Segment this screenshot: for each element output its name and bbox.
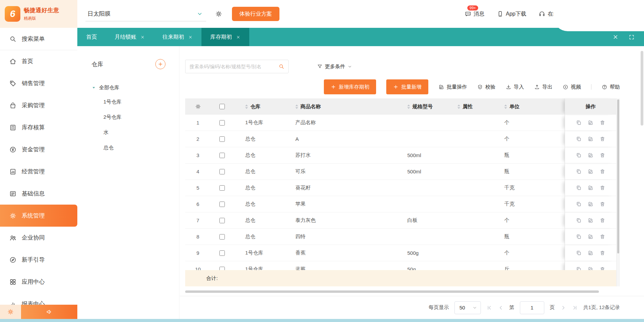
edit-row-button[interactable]: [588, 152, 593, 158]
help-button[interactable]: 帮助: [602, 84, 620, 90]
delete-row-button[interactable]: [600, 136, 605, 142]
add-warehouse-button[interactable]: [155, 59, 165, 69]
row-checkbox[interactable]: [219, 267, 225, 270]
edit-row-button[interactable]: [588, 120, 593, 126]
row-checkbox[interactable]: [219, 120, 225, 126]
copy-row-button[interactable]: [576, 169, 582, 174]
sidebar-item-report[interactable]: 报表中心: [0, 293, 77, 305]
edit-row-button[interactable]: [588, 169, 593, 174]
close-icon[interactable]: [140, 35, 145, 39]
last-page-icon[interactable]: [572, 305, 578, 311]
delete-row-button[interactable]: [600, 234, 605, 240]
more-filters-button[interactable]: 更多条件: [317, 63, 352, 70]
experience-solution-button[interactable]: 体验行业方案: [232, 7, 279, 21]
gear-icon[interactable]: [195, 103, 201, 110]
sidebar-settings-button[interactable]: [0, 305, 21, 319]
page-input[interactable]: [520, 301, 544, 314]
table-row[interactable]: 10 1号仓库 蓝莓 50g 斤: [185, 261, 616, 270]
table-row[interactable]: 7 总仓 泰力灰色 白板 个: [185, 212, 616, 229]
copy-row-button[interactable]: [576, 266, 582, 270]
sidebar-item-app-center[interactable]: 应用中心: [0, 271, 77, 293]
copy-row-button[interactable]: [576, 201, 582, 207]
table-row[interactable]: 1 1号仓库 产品名称 个: [185, 115, 616, 131]
row-checkbox[interactable]: [219, 234, 225, 240]
delete-row-button[interactable]: [600, 266, 605, 270]
copy-row-button[interactable]: [576, 136, 582, 142]
table-vertical-scrollbar[interactable]: [617, 99, 619, 253]
tree-node-warehouse-2[interactable]: 2号仓库: [77, 110, 179, 125]
edit-row-button[interactable]: [588, 185, 593, 191]
import-button[interactable]: 导入: [506, 84, 524, 90]
table-row[interactable]: 8 总仓 四特 瓶: [185, 229, 616, 245]
sidebar-item-home[interactable]: 首页: [0, 50, 77, 72]
edit-row-button[interactable]: [588, 250, 593, 256]
row-checkbox[interactable]: [219, 218, 225, 223]
tab-inventory-initial[interactable]: 库存期初: [201, 28, 249, 46]
messages-button[interactable]: 99+ 消息: [465, 11, 485, 18]
edit-row-button[interactable]: [588, 266, 593, 270]
batch-operations-button[interactable]: 批量操作: [438, 84, 467, 90]
table-row[interactable]: 9 1号仓库 香蕉 500g 个: [185, 245, 616, 261]
settings-gear-icon[interactable]: [215, 10, 222, 18]
delete-row-button[interactable]: [600, 120, 605, 126]
row-checkbox[interactable]: [219, 153, 225, 158]
tab-partner-initial[interactable]: 往来期初: [154, 28, 201, 46]
delete-row-button[interactable]: [600, 169, 605, 174]
copy-row-button[interactable]: [576, 185, 582, 191]
sidebar-item-operations[interactable]: 经营管理: [0, 160, 77, 183]
column-header-warehouse[interactable]: 仓库: [234, 98, 284, 115]
add-initial-stock-button[interactable]: 新增库存期初: [324, 79, 376, 94]
edit-row-button[interactable]: [588, 201, 593, 207]
sidebar-item-purchase[interactable]: 采购管理: [0, 94, 77, 116]
sidebar-item-system[interactable]: 系统管理: [0, 205, 77, 227]
page-scrollbar[interactable]: [641, 51, 643, 126]
sidebar-item-sales[interactable]: 销售管理: [0, 72, 77, 94]
close-all-tabs-icon[interactable]: [612, 34, 619, 40]
column-header-unit[interactable]: 单位: [493, 98, 544, 115]
copy-row-button[interactable]: [576, 152, 582, 158]
video-button[interactable]: 视频: [563, 84, 581, 90]
sidebar-item-guide[interactable]: 新手引导: [0, 249, 77, 271]
copy-row-button[interactable]: [576, 250, 582, 256]
search-input[interactable]: [185, 60, 289, 73]
row-checkbox[interactable]: [219, 202, 225, 207]
row-checkbox[interactable]: [219, 136, 225, 142]
select-all-checkbox[interactable]: [219, 104, 225, 109]
announcement-button[interactable]: [21, 305, 77, 319]
export-button[interactable]: 导出: [534, 84, 552, 90]
fullscreen-icon[interactable]: [629, 34, 635, 40]
copy-row-button[interactable]: [576, 120, 582, 126]
tree-node-main-warehouse[interactable]: 总仓: [77, 140, 179, 155]
copy-row-button[interactable]: [576, 234, 582, 240]
table-row[interactable]: 2 总仓 A 个: [185, 131, 616, 147]
delete-row-button[interactable]: [600, 185, 605, 191]
sidebar-item-collaboration[interactable]: 企业协同: [0, 227, 77, 249]
tree-node-all-warehouses[interactable]: 全部仓库: [77, 81, 179, 94]
close-icon[interactable]: [188, 35, 193, 39]
delete-row-button[interactable]: [600, 217, 605, 223]
delete-row-button[interactable]: [600, 201, 605, 207]
table-row[interactable]: 6 总仓 苹果 千克: [185, 196, 616, 212]
prev-page-icon[interactable]: [498, 305, 504, 311]
tree-node-warehouse-1[interactable]: 1号仓库: [77, 94, 179, 110]
sidebar-item-inventory[interactable]: 库存核算: [0, 116, 77, 138]
row-checkbox[interactable]: [219, 250, 225, 256]
table-row[interactable]: 4 总仓 可乐 500ml 瓶: [185, 164, 616, 180]
close-icon[interactable]: [236, 35, 240, 39]
table-row[interactable]: 3 总仓 苏打水 500ml 瓶: [185, 147, 616, 164]
batch-add-button[interactable]: 批量新增: [386, 79, 428, 94]
column-header-product-name[interactable]: 商品名称: [284, 98, 396, 115]
row-checkbox[interactable]: [219, 185, 225, 191]
next-page-icon[interactable]: [560, 305, 566, 311]
tab-home[interactable]: 首页: [77, 28, 106, 46]
column-header-attribute[interactable]: 属性: [446, 98, 493, 115]
edit-row-button[interactable]: [588, 217, 593, 223]
tree-node-water[interactable]: 水: [77, 125, 179, 140]
company-selector[interactable]: 日太阳膜: [85, 6, 206, 21]
delete-row-button[interactable]: [600, 152, 605, 158]
edit-row-button[interactable]: [588, 234, 593, 240]
sidebar-item-base-info[interactable]: 基础信息: [0, 183, 77, 205]
sidebar-item-funds[interactable]: 资金管理: [0, 138, 77, 160]
row-checkbox[interactable]: [219, 169, 225, 174]
search-icon[interactable]: [278, 63, 285, 70]
